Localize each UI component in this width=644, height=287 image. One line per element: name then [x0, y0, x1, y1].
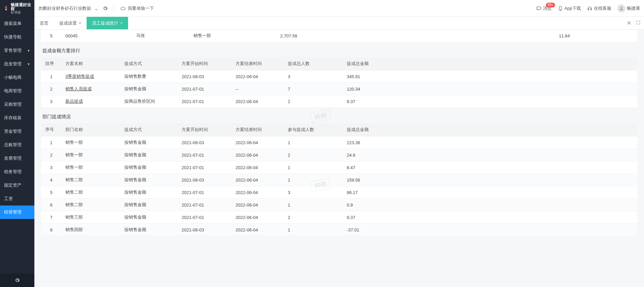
online-service-button[interactable]: 在线客服	[587, 5, 611, 11]
cell-value: 86.17	[343, 186, 637, 199]
cell-index: 4	[41, 174, 61, 186]
cell-value: 2021-07-01	[178, 95, 232, 108]
cell-index: 8	[41, 224, 61, 236]
cell-index: 5	[41, 186, 61, 199]
app-download-button[interactable]: App下载	[558, 5, 581, 11]
org-selector[interactable]: 勿删好业财务砂石行业数据 ⌄	[38, 5, 98, 11]
tab-commission-settings[interactable]: 提成设置 ×	[54, 17, 87, 29]
sidebar-item[interactable]: 零售管理▼	[0, 44, 34, 57]
cell-value: 2022-06-04	[232, 95, 284, 108]
cell-name: 马张	[132, 30, 189, 42]
svg-point-2	[560, 9, 560, 10]
plan-link[interactable]: 3季度销售提成	[65, 74, 94, 79]
sidebar-item[interactable]: 总账管理	[0, 138, 34, 152]
sidebar-item[interactable]: 资金管理	[0, 125, 34, 138]
brand-edition: 标准版	[11, 11, 34, 14]
cell-value: 2021-08-03	[178, 70, 232, 83]
cell-index: 2	[41, 149, 61, 161]
sidebar-item-label: 零售管理	[4, 47, 22, 54]
cell-value: 销售一部	[61, 149, 120, 161]
sidebar-item[interactable]: 搜索菜单	[0, 17, 34, 30]
cell-index: 3	[41, 95, 61, 108]
cell-value: 1	[284, 199, 343, 211]
cell-value: 2022-06-04	[232, 174, 284, 186]
sidebar-item-label: 工资	[4, 196, 13, 202]
cell-value: 9.37	[343, 211, 637, 224]
cell-value: 2021-08-03	[178, 136, 232, 149]
sidebar-item[interactable]: 电商管理	[0, 84, 34, 98]
messages-button[interactable]: 消息 99+	[536, 5, 552, 11]
online-service-label: 在线客服	[594, 5, 611, 11]
sidebar-item[interactable]: 工资	[0, 192, 34, 205]
close-icon[interactable]: ×	[79, 21, 81, 26]
sidebar-item-label: 快捷导航	[4, 34, 22, 40]
plan-link[interactable]: 销售人员提成	[65, 86, 92, 91]
plan-ranking-table: 排序方案名称提成方式方案开始时间方案结束时间提成总人数提成总金额 13季度销售提…	[41, 57, 637, 108]
sidebar-item[interactable]: 固定资产	[0, 179, 34, 192]
table-row: 5 00045 马张 销售一部 2,707.58 11.84	[41, 30, 637, 42]
table-row: 2销售一部按销售金额2021-07-012022-06-04224.8	[41, 149, 637, 161]
message-icon	[536, 6, 542, 11]
cell-value: 按商品售价区间	[120, 95, 178, 108]
table-row: 3销售一部按销售金额2021-07-012022-06-0418.47	[41, 161, 637, 174]
column-header: 方案名称	[61, 57, 120, 70]
content-area[interactable]: 5 00045 马张 销售一部 2,707.58 11.84 提成金额方案排行 …	[34, 30, 644, 287]
cell-value: 按销售金额	[120, 174, 178, 186]
cell-value: 159.56	[343, 174, 637, 186]
column-header: 部门名称	[61, 123, 120, 136]
caret-down-icon: ▼	[27, 49, 30, 53]
cell-value: 2	[284, 211, 343, 224]
table-row: 8销售四部按销售金额2021-08-032022-06-041-37.01	[41, 224, 637, 236]
cell-value: 按销售金额	[120, 224, 178, 236]
avatar-icon	[617, 4, 625, 12]
tab-commission-stats[interactable]: 员工提成统计 ×	[87, 17, 128, 29]
user-menu[interactable]: 畅捷通	[617, 4, 640, 12]
sidebar-item[interactable]: 批发管理▼	[0, 57, 34, 71]
fullscreen-icon[interactable]	[636, 20, 641, 26]
sidebar-settings[interactable]	[0, 274, 34, 287]
sidebar: 畅捷通好业财 标准版 搜索菜单快捷导航零售管理▼批发管理▼小畅电商电商管理采购管…	[0, 0, 34, 287]
column-header: 方案开始时间	[178, 123, 232, 136]
sidebar-item[interactable]: 发票管理	[0, 152, 34, 165]
close-all-icon[interactable]: ✕	[627, 20, 631, 26]
close-icon[interactable]: ×	[120, 21, 123, 26]
cell-index: 2	[41, 83, 61, 95]
divider	[114, 4, 114, 12]
cell-value: 0.9	[343, 199, 637, 211]
cell-value: 1	[284, 224, 343, 236]
cell-value: 9.37	[343, 95, 637, 108]
table-row: 1销售一部按销售金额2021-08-032022-06-041223.36	[41, 136, 637, 149]
tab-home[interactable]: 首页	[34, 17, 54, 29]
cell-value: 销售四部	[61, 224, 120, 236]
employee-row-partial: 5 00045 马张 销售一部 2,707.58 11.84	[41, 30, 637, 42]
cell-value: 1	[284, 136, 343, 149]
sidebar-item[interactable]: 采购管理	[0, 98, 34, 111]
sidebar-item[interactable]: 快捷导航	[0, 30, 34, 44]
cell-value: 按销售数量	[120, 70, 178, 83]
cell-index: 1	[41, 70, 61, 83]
cell-value: 2022-06-04	[232, 149, 284, 161]
column-header: 方案结束时间	[232, 123, 284, 136]
table-row: 2销售人员提成按销售金额2021-07-01--7120.34	[41, 83, 637, 95]
sidebar-item[interactable]: 经营管理	[0, 205, 34, 219]
gear-icon[interactable]	[102, 6, 108, 11]
sidebar-item[interactable]: 小畅电商	[0, 71, 34, 84]
section-title: 部门提成情况	[41, 114, 637, 120]
cell-value: 销售二部	[61, 199, 120, 211]
cell-value: 销售一部	[61, 161, 120, 174]
sidebar-item[interactable]: 税务管理	[0, 165, 34, 179]
cell-value: 按销售金额	[120, 199, 178, 211]
plan-link[interactable]: 新品提成	[65, 99, 83, 104]
try-label: 我要体验一下	[128, 5, 154, 11]
org-selector-label: 勿删好业财务砂石行业数据	[38, 5, 91, 11]
sidebar-item[interactable]: 库存核算	[0, 111, 34, 125]
cell-value: 1	[284, 161, 343, 174]
try-experience[interactable]: 我要体验一下	[120, 5, 154, 11]
cell-value: 2	[284, 149, 343, 161]
user-label: 畅捷通	[627, 5, 640, 11]
column-header: 序号	[41, 123, 61, 136]
column-header: 参与提成人数	[284, 123, 343, 136]
cell-value: 销售三部	[61, 211, 120, 224]
app-download-label: App下载	[564, 5, 581, 11]
topbar: 勿删好业财务砂石行业数据 ⌄ 我要体验一下 消息 99+	[34, 0, 644, 17]
